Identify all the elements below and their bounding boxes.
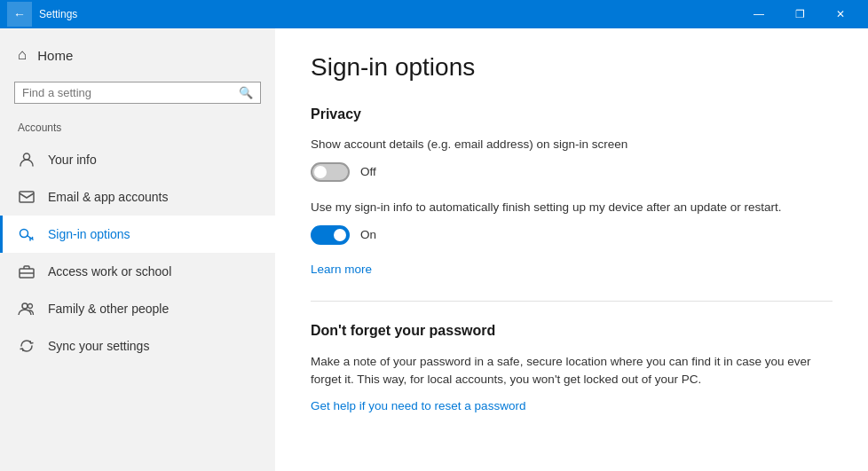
- sync-settings-label: Sync your settings: [48, 339, 149, 353]
- get-help-link[interactable]: Get help if you need to reset a password: [311, 399, 525, 412]
- privacy-setting-1: Show account details (e.g. email address…: [311, 137, 832, 182]
- page-title: Sign-in options: [311, 53, 832, 82]
- minimize-button[interactable]: —: [738, 0, 779, 28]
- sidebar-item-family-other-people[interactable]: Family & other people: [0, 290, 275, 327]
- email-app-accounts-label: Email & app accounts: [48, 190, 168, 204]
- toggle-knob-1: [314, 166, 327, 178]
- toggle-knob-2: [334, 229, 346, 241]
- sidebar: ⌂ Home 🔍 Accounts Your info: [0, 28, 275, 471]
- password-section-title: Don't forget your password: [311, 323, 832, 339]
- family-other-people-label: Family & other people: [48, 302, 169, 316]
- sidebar-item-sign-in-options[interactable]: Sign-in options: [0, 216, 275, 253]
- learn-more-link[interactable]: Learn more: [311, 263, 832, 276]
- svg-point-6: [28, 304, 33, 309]
- back-button[interactable]: ←: [7, 2, 32, 27]
- svg-rect-1: [20, 192, 34, 202]
- title-bar: ← Settings — ❐ ✕: [0, 0, 868, 28]
- search-input[interactable]: [22, 86, 239, 99]
- title-bar-controls: — ❐ ✕: [738, 0, 861, 28]
- sidebar-item-access-work-school[interactable]: Access work or school: [0, 253, 275, 290]
- access-work-school-label: Access work or school: [48, 264, 171, 279]
- privacy-item2-description: Use my sign-in info to automatically fin…: [311, 200, 832, 216]
- key-icon: [18, 225, 36, 243]
- maximize-button[interactable]: ❐: [779, 0, 820, 28]
- privacy-setting-2: Use my sign-in info to automatically fin…: [311, 200, 832, 245]
- your-info-label: Your info: [48, 153, 97, 167]
- people-icon: [18, 300, 36, 318]
- privacy-toggle-row-2: On: [311, 225, 832, 245]
- title-bar-left: ← Settings: [7, 2, 77, 27]
- home-icon: ⌂: [18, 46, 27, 64]
- privacy-toggle-row-1: Off: [311, 162, 832, 182]
- accounts-section-label: Accounts: [0, 118, 275, 141]
- sync-icon: [18, 337, 36, 355]
- sidebar-item-email-app-accounts[interactable]: Email & app accounts: [0, 178, 275, 216]
- sidebar-item-your-info[interactable]: Your info: [0, 141, 275, 178]
- privacy-section-title: Privacy: [311, 106, 832, 122]
- sidebar-home[interactable]: ⌂ Home: [0, 35, 275, 75]
- privacy-toggle-2[interactable]: [311, 225, 350, 245]
- privacy-item1-description: Show account details (e.g. email address…: [311, 137, 832, 153]
- privacy-toggle-1[interactable]: [311, 162, 350, 182]
- password-description: Make a note of your password in a safe, …: [311, 353, 832, 389]
- section-divider: [311, 301, 832, 302]
- email-icon: [18, 188, 36, 206]
- title-bar-title: Settings: [39, 8, 77, 20]
- briefcase-icon: [18, 263, 36, 280]
- main-panel: Sign-in options Privacy Show account det…: [275, 28, 868, 471]
- home-label: Home: [37, 48, 73, 63]
- person-icon: [18, 151, 36, 169]
- svg-point-0: [24, 153, 30, 160]
- privacy-toggle-2-label: On: [360, 228, 376, 241]
- back-icon: ←: [13, 7, 26, 21]
- close-button[interactable]: ✕: [820, 0, 861, 28]
- svg-point-5: [22, 303, 28, 309]
- search-icon: 🔍: [239, 86, 253, 99]
- sidebar-item-sync-settings[interactable]: Sync your settings: [0, 327, 275, 365]
- sign-in-options-label: Sign-in options: [48, 227, 130, 241]
- app-body: ⌂ Home 🔍 Accounts Your info: [0, 28, 868, 471]
- search-box[interactable]: 🔍: [14, 82, 261, 104]
- privacy-toggle-1-label: Off: [360, 165, 376, 178]
